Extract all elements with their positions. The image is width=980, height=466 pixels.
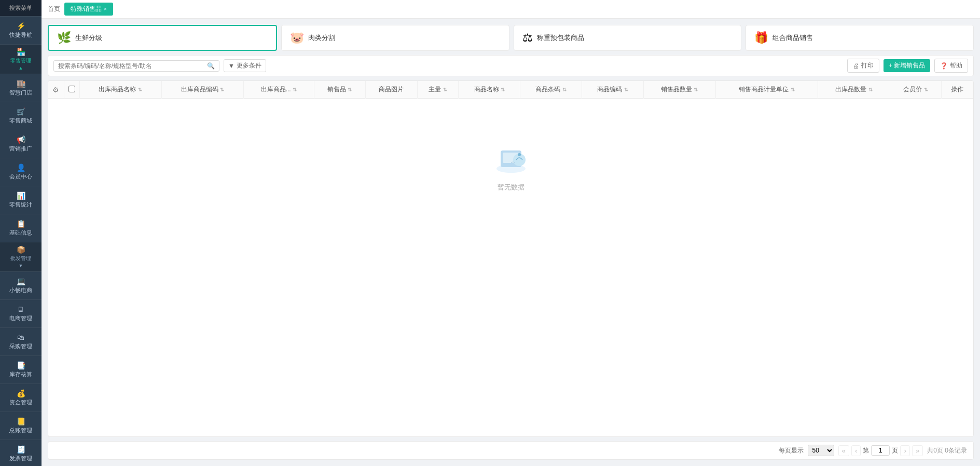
- user-icon: 👤: [17, 163, 25, 172]
- sidebar-item-general-mgmt[interactable]: 📒 总账管理: [0, 412, 42, 440]
- th-goods-img[interactable]: 商品图片: [365, 81, 417, 99]
- chevron-down-icon: ▼: [19, 263, 23, 268]
- building-icon: 🏬: [17, 79, 25, 88]
- main-area: 首页 特殊销售品 × 🌿 生鲜分级 🐷 肉类分割 ⚖ 称重预包装商品 🎁 组合商…: [42, 0, 980, 466]
- tab-card-meat-cut-label: 肉类分割: [308, 33, 335, 43]
- sidebar-item-ecom-mgmt[interactable]: 🖥 电商管理: [0, 300, 42, 328]
- gear-column-icon[interactable]: ⚙: [52, 86, 59, 94]
- page-size-label: 每页显示: [779, 446, 804, 455]
- sort-icon: ⇅: [562, 87, 567, 92]
- toolbar: 🔍 ▼ 更多条件 🖨 打印 + 新增销售品 ❓ 帮助: [48, 55, 974, 76]
- th-goods-code[interactable]: 商品编码 ⇅: [582, 81, 644, 99]
- tab-card-fresh-grade[interactable]: 🌿 生鲜分级: [48, 25, 277, 51]
- sidebar-item-inventory[interactable]: 📑 库存核算: [0, 356, 42, 384]
- pagination-bar: 每页显示 50 10 20 100 « ‹ 第 页 › » 共0页 0条记录: [48, 441, 974, 460]
- sidebar-item-promo[interactable]: 📢 营销推广: [0, 130, 42, 158]
- search-box[interactable]: 🔍: [53, 60, 219, 72]
- megaphone-icon: 📢: [17, 135, 25, 144]
- print-icon: 🖨: [853, 62, 859, 70]
- sidebar-item-label: 快捷导航: [9, 31, 32, 39]
- sidebar-item-finance[interactable]: 💰 资金管理: [0, 384, 42, 412]
- th-out-code[interactable]: 出库商品编码 ⇅: [161, 81, 243, 99]
- topbar: 首页 特殊销售品 ×: [42, 0, 980, 19]
- tab-card-combo[interactable]: 🎁 组合商品销售: [746, 25, 974, 51]
- topbar-tab-close[interactable]: ×: [104, 6, 107, 12]
- sidebar-item-smart-store[interactable]: 🏬 智慧门店: [0, 74, 42, 102]
- next-page-button[interactable]: ›: [900, 445, 909, 456]
- sidebar-item-label: 会员中心: [9, 173, 32, 181]
- help-icon: ❓: [940, 62, 948, 70]
- sidebar-item-retail-stats[interactable]: 📊 零售统计: [0, 186, 42, 214]
- sort-icon: ⇅: [868, 87, 873, 92]
- receipt-icon: 🧾: [17, 445, 25, 454]
- topbar-home-link[interactable]: 首页: [48, 5, 60, 13]
- bag-icon: 🛍: [17, 333, 24, 341]
- topbar-tab-label: 特殊销售品: [71, 5, 102, 13]
- tab-card-fresh-grade-label: 生鲜分级: [75, 33, 102, 43]
- svg-point-4: [518, 153, 521, 156]
- sidebar-item-mini-ecom[interactable]: 💻 小畅电商: [0, 272, 42, 300]
- th-sale-unit[interactable]: 销售商品计量单位 ⇅: [715, 81, 818, 99]
- sidebar-item-member[interactable]: 👤 会员中心: [0, 158, 42, 186]
- tab-card-meat-cut[interactable]: 🐷 肉类分割: [281, 25, 509, 51]
- sidebar-item-label: 小畅电商: [9, 286, 32, 294]
- page-label: 第: [863, 446, 869, 455]
- print-label: 打印: [861, 61, 874, 70]
- sort-icon: ⇅: [348, 87, 352, 92]
- sidebar-item-quick-nav[interactable]: ⚡ 快捷导航: [0, 17, 42, 45]
- last-page-button[interactable]: »: [912, 445, 923, 456]
- sort-icon: ⇅: [791, 87, 795, 92]
- th-out-qty[interactable]: 出库品数量 ⇅: [818, 81, 890, 99]
- th-out-spec[interactable]: 出库商品... ⇅: [244, 81, 314, 99]
- chart-icon: 📊: [17, 191, 25, 200]
- page-nav: « ‹ 第 页 › »: [838, 445, 923, 456]
- sidebar-item-purchase-mgmt[interactable]: 🛍 采购管理: [0, 328, 42, 356]
- th-settings[interactable]: ⚙: [48, 81, 64, 99]
- empty-illustration: [490, 140, 532, 176]
- sidebar-item-label: 总账管理: [9, 427, 32, 434]
- prev-page-button[interactable]: ‹: [851, 445, 861, 456]
- sidebar-item-retail-mall[interactable]: 🛒 零售商城: [0, 102, 42, 130]
- th-goods-name[interactable]: 商品名称 ⇅: [459, 81, 520, 99]
- th-main-unit[interactable]: 主量 ⇅: [417, 81, 458, 99]
- th-sale-qty[interactable]: 销售品数量 ⇅: [643, 81, 715, 99]
- sidebar-item-invoice-mgmt[interactable]: 🧾 发票管理: [0, 440, 42, 466]
- sidebar-item-retail-mgmt[interactable]: 🏪 零售管理 ▲: [0, 45, 42, 74]
- tab-card-weigh-pack[interactable]: ⚖ 称重预包装商品: [514, 25, 742, 51]
- sidebar: 搜索菜单 ⚡ 快捷导航 🏪 零售管理 ▲ 🏬 智慧门店 🛒 零售商城 📢 营销推…: [0, 0, 42, 466]
- th-member-price[interactable]: 会员价 ⇅: [890, 81, 941, 99]
- page-input[interactable]: [871, 445, 890, 456]
- th-operation: 操作: [942, 81, 973, 99]
- sidebar-item-basic-info[interactable]: 📋 基础信息: [0, 214, 42, 242]
- sort-icon: ⇅: [293, 87, 297, 92]
- page-unit: 页: [892, 446, 898, 455]
- ledger-icon: 📒: [17, 417, 25, 426]
- clipboard-icon: 📋: [17, 220, 25, 228]
- select-all-checkbox[interactable]: [68, 86, 75, 92]
- filter-icon: ▼: [228, 62, 234, 70]
- th-out-name[interactable]: 出库商品名称 ⇅: [79, 81, 161, 99]
- empty-text: 暂无数据: [498, 183, 524, 192]
- filter-button[interactable]: ▼ 更多条件: [224, 59, 266, 72]
- empty-state: 暂无数据: [48, 99, 973, 234]
- sidebar-item-batch-mgmt[interactable]: 📦 批发管理 ▼: [0, 242, 42, 272]
- tab-cards-row: 🌿 生鲜分级 🐷 肉类分割 ⚖ 称重预包装商品 🎁 组合商品销售: [48, 25, 974, 51]
- help-button[interactable]: ❓ 帮助: [934, 59, 968, 73]
- print-button[interactable]: 🖨 打印: [847, 59, 879, 73]
- sidebar-logo[interactable]: 搜索菜单: [0, 0, 42, 17]
- search-input[interactable]: [58, 62, 205, 70]
- search-icon[interactable]: 🔍: [207, 62, 215, 70]
- topbar-active-tab[interactable]: 特殊销售品 ×: [64, 3, 113, 16]
- new-sale-item-button[interactable]: + 新增销售品: [884, 59, 930, 72]
- money-icon: 💰: [17, 389, 25, 398]
- sidebar-item-label: 基础信息: [9, 229, 32, 237]
- sort-icon: ⇅: [220, 87, 224, 92]
- page-size-select[interactable]: 50 10 20 100: [808, 445, 834, 456]
- sidebar-item-label: 零售管理: [10, 57, 31, 64]
- first-page-button[interactable]: «: [838, 445, 849, 456]
- th-sale-goods[interactable]: 销售品 ⇅: [314, 81, 365, 99]
- sidebar-item-label: 批发管理: [10, 255, 31, 262]
- th-checkbox[interactable]: [64, 81, 79, 99]
- th-barcode[interactable]: 商品条码 ⇅: [520, 81, 582, 99]
- lightning-icon: ⚡: [17, 22, 25, 30]
